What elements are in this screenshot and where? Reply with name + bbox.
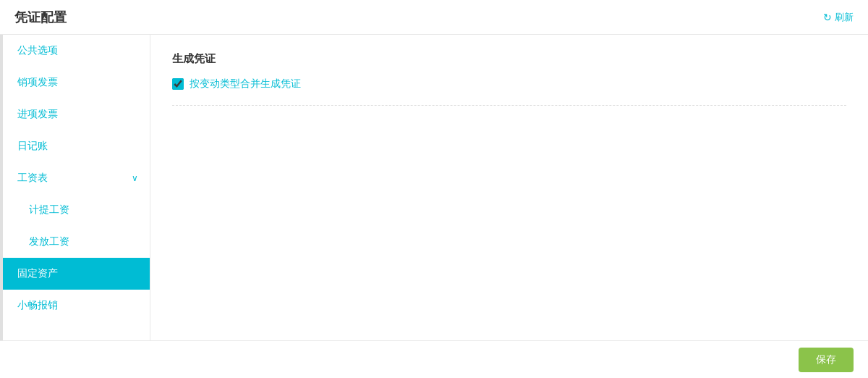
chevron-down-icon: ∨ (132, 173, 138, 183)
refresh-button[interactable]: ↻ 刷新 (823, 11, 854, 24)
sidebar-item-purchase-invoice[interactable]: 进项发票 (3, 98, 150, 130)
checkbox-row: 按变动类型合并生成凭证 (172, 77, 846, 91)
main-content: 公共选项 销项发票 进项发票 日记账 工资表 ∨ 计提工资 发放工资 固定资产 … (0, 35, 868, 340)
save-button[interactable]: 保存 (799, 348, 854, 372)
refresh-icon: ↻ (823, 12, 832, 23)
sidebar-item-label: 固定资产 (17, 267, 58, 280)
sidebar-item-fixed-assets[interactable]: 固定资产 (3, 258, 150, 290)
sidebar-item-public-options[interactable]: 公共选项 (3, 35, 150, 67)
sidebar-item-label: 日记账 (17, 140, 48, 153)
sidebar-item-pay-salary[interactable]: 发放工资 (3, 226, 150, 258)
header: 凭证配置 ↻ 刷新 (0, 0, 868, 35)
section-title: 生成凭证 (172, 52, 846, 66)
section-divider (172, 105, 846, 106)
sidebar: 公共选项 销项发票 进项发票 日记账 工资表 ∨ 计提工资 发放工资 固定资产 … (3, 35, 150, 340)
sidebar-item-label: 公共选项 (17, 44, 58, 57)
sidebar-item-sales-invoice[interactable]: 销项发票 (3, 67, 150, 98)
content-area: 生成凭证 按变动类型合并生成凭证 (150, 35, 868, 340)
sidebar-item-payroll[interactable]: 工资表 ∨ (3, 162, 150, 194)
merge-by-type-checkbox[interactable] (172, 78, 184, 90)
sidebar-item-label: 发放工资 (29, 235, 69, 248)
sidebar-item-label: 工资表 (17, 172, 48, 185)
sidebar-item-label: 销项发票 (17, 76, 58, 89)
sidebar-item-label: 进项发票 (17, 108, 58, 121)
sidebar-item-label: 小畅报销 (17, 299, 58, 312)
merge-by-type-label[interactable]: 按变动类型合并生成凭证 (190, 77, 301, 91)
sidebar-item-expense-reimbursement[interactable]: 小畅报销 (3, 290, 150, 322)
sidebar-item-journal[interactable]: 日记账 (3, 130, 150, 162)
sidebar-item-label: 计提工资 (29, 203, 69, 217)
refresh-label: 刷新 (835, 11, 854, 24)
page-title: 凭证配置 (14, 9, 67, 26)
footer: 保存 (0, 340, 868, 378)
sidebar-item-accrue-salary[interactable]: 计提工资 (3, 194, 150, 226)
